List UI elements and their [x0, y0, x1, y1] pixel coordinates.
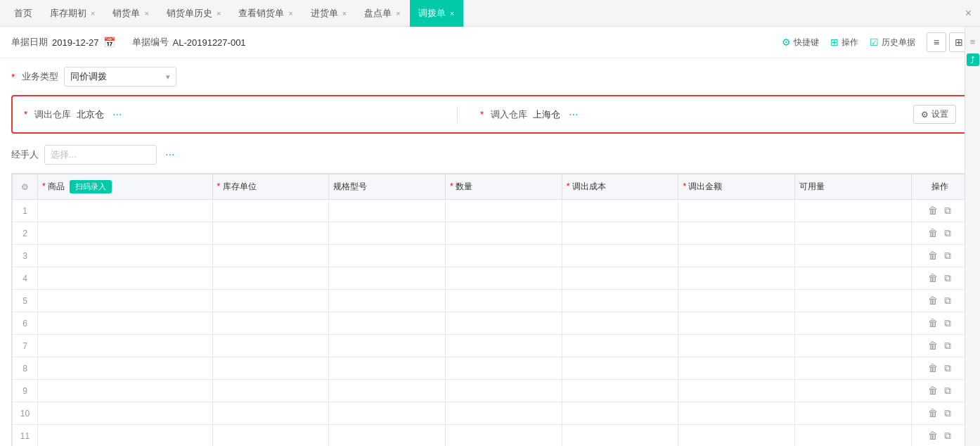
row-unit[interactable]	[212, 357, 329, 380]
tab-home[interactable]: 首页	[6, 0, 41, 27]
delete-icon[interactable]: 🗑	[928, 362, 938, 374]
row-unit[interactable]	[212, 402, 329, 425]
tab-close-stock-init[interactable]: ×	[91, 9, 95, 18]
copy-icon[interactable]: ⧉	[944, 340, 951, 352]
copy-icon[interactable]: ⧉	[944, 362, 951, 374]
row-qty[interactable]	[446, 222, 562, 245]
row-amount[interactable]	[678, 357, 795, 380]
copy-icon[interactable]: ⧉	[944, 317, 951, 329]
row-goods[interactable]	[38, 357, 213, 380]
row-goods[interactable]	[38, 200, 213, 222]
row-spec[interactable]	[329, 290, 446, 312]
row-amount[interactable]	[678, 245, 795, 267]
tab-close-sales[interactable]: ×	[144, 9, 148, 18]
business-type-select[interactable]: 同价调拨 ▾	[64, 67, 176, 87]
row-spec[interactable]	[329, 267, 446, 290]
tab-purchase[interactable]: 进货单 ×	[302, 0, 356, 27]
history-btn[interactable]: ☑ 历史单据	[870, 37, 915, 49]
row-goods[interactable]	[38, 425, 213, 447]
tab-transfer[interactable]: 调拨单 ×	[410, 0, 463, 27]
row-cost[interactable]	[562, 425, 678, 447]
row-available[interactable]	[795, 402, 912, 425]
delete-icon[interactable]: 🗑	[928, 250, 938, 261]
row-cost[interactable]	[562, 200, 678, 222]
close-window-icon[interactable]: ×	[965, 7, 972, 20]
row-amount[interactable]	[678, 290, 795, 312]
calendar-icon[interactable]: 📅	[103, 37, 115, 48]
delete-icon[interactable]: 🗑	[928, 227, 938, 238]
row-spec[interactable]	[329, 312, 446, 335]
row-cost[interactable]	[562, 267, 678, 290]
row-qty[interactable]	[446, 380, 562, 402]
tab-close-inventory[interactable]: ×	[396, 9, 400, 18]
person-select[interactable]: 选择...	[44, 145, 157, 165]
row-available[interactable]	[795, 335, 912, 357]
row-cost[interactable]	[562, 402, 678, 425]
delete-icon[interactable]: 🗑	[928, 407, 938, 419]
tab-close-view-sales[interactable]: ×	[288, 9, 292, 18]
row-unit[interactable]	[212, 380, 329, 402]
row-unit[interactable]	[212, 222, 329, 245]
row-amount[interactable]	[678, 222, 795, 245]
tab-view-sales[interactable]: 查看销货单 ×	[230, 0, 302, 27]
person-dots-btn[interactable]: ···	[162, 148, 177, 161]
row-spec[interactable]	[329, 200, 446, 222]
row-goods[interactable]	[38, 380, 213, 402]
row-spec[interactable]	[329, 425, 446, 447]
row-amount[interactable]	[678, 380, 795, 402]
tab-stock-init[interactable]: 库存期初 ×	[41, 0, 104, 27]
row-available[interactable]	[795, 222, 912, 245]
row-qty[interactable]	[446, 200, 562, 222]
toolbar-list-btn[interactable]: ≡	[927, 32, 946, 52]
row-amount[interactable]	[678, 267, 795, 290]
row-available[interactable]	[795, 357, 912, 380]
copy-icon[interactable]: ⧉	[944, 250, 951, 262]
row-unit[interactable]	[212, 335, 329, 357]
row-qty[interactable]	[446, 425, 562, 447]
settings-btn[interactable]: ⚙ 设置	[913, 105, 956, 124]
copy-icon[interactable]: ⧉	[944, 385, 951, 397]
row-unit[interactable]	[212, 290, 329, 312]
tab-close-sales-history[interactable]: ×	[217, 9, 221, 18]
row-goods[interactable]	[38, 222, 213, 245]
delete-icon[interactable]: 🗑	[928, 317, 938, 329]
out-dots-btn[interactable]: ···	[110, 108, 124, 121]
copy-icon[interactable]: ⧉	[944, 430, 951, 442]
row-spec[interactable]	[329, 335, 446, 357]
sidebar-list-icon[interactable]: ≡	[967, 35, 979, 48]
row-available[interactable]	[795, 312, 912, 335]
row-qty[interactable]	[446, 267, 562, 290]
row-unit[interactable]	[212, 425, 329, 447]
row-spec[interactable]	[329, 222, 446, 245]
copy-icon[interactable]: ⧉	[944, 295, 951, 307]
row-goods[interactable]	[38, 267, 213, 290]
row-unit[interactable]	[212, 267, 329, 290]
delete-icon[interactable]: 🗑	[928, 385, 938, 396]
tab-sales[interactable]: 销货单 ×	[104, 0, 157, 27]
row-unit[interactable]	[212, 200, 329, 222]
row-available[interactable]	[795, 380, 912, 402]
row-spec[interactable]	[329, 402, 446, 425]
row-amount[interactable]	[678, 425, 795, 447]
row-spec[interactable]	[329, 245, 446, 267]
row-goods[interactable]	[38, 290, 213, 312]
row-amount[interactable]	[678, 402, 795, 425]
tab-close-purchase[interactable]: ×	[342, 9, 347, 18]
row-available[interactable]	[795, 425, 912, 447]
row-cost[interactable]	[562, 357, 678, 380]
row-spec[interactable]	[329, 357, 446, 380]
delete-icon[interactable]: 🗑	[928, 205, 938, 216]
row-qty[interactable]	[446, 335, 562, 357]
tab-close-transfer[interactable]: ×	[450, 9, 454, 18]
row-qty[interactable]	[446, 245, 562, 267]
sidebar-export-icon[interactable]: ⤴	[967, 53, 979, 66]
shortcuts-btn[interactable]: ⚙ 快捷键	[782, 37, 819, 49]
delete-icon[interactable]: 🗑	[928, 340, 938, 351]
copy-icon[interactable]: ⧉	[944, 407, 951, 419]
col-settings[interactable]: ⚙	[13, 174, 38, 200]
row-qty[interactable]	[446, 290, 562, 312]
row-amount[interactable]	[678, 312, 795, 335]
row-available[interactable]	[795, 290, 912, 312]
copy-icon[interactable]: ⧉	[944, 272, 951, 284]
row-goods[interactable]	[38, 312, 213, 335]
